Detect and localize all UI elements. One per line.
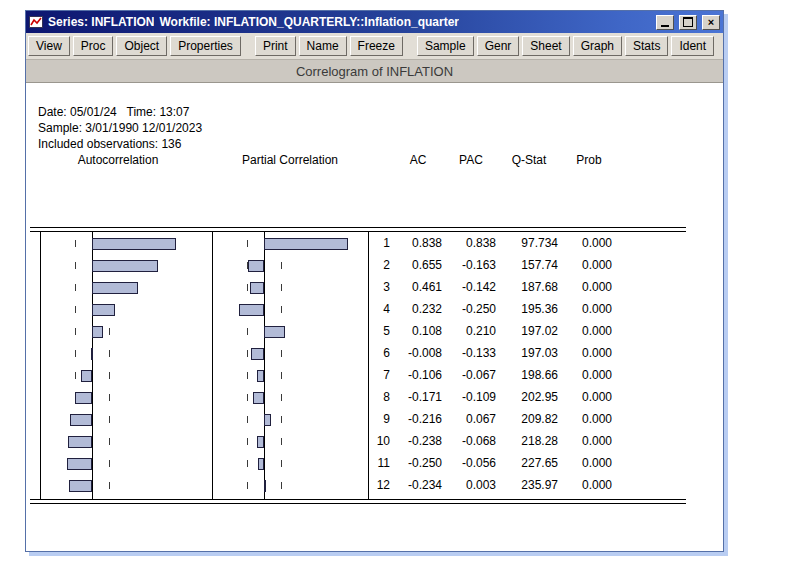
ac-bar [81,370,92,382]
toolbar-button-sheet[interactable]: Sheet [522,36,569,56]
pac-bar [264,238,348,250]
cell-qstat: 227.65 [500,456,558,470]
cell-qstat: 209.82 [500,412,558,426]
ci-tick [109,438,110,445]
ci-tick [247,460,248,467]
toolbar-button-proc[interactable]: Proc [73,36,114,56]
cell-lag: 5 [362,324,390,338]
correlogram-rows: 10.8380.83897.7340.00020.655-0.163157.74… [26,83,723,551]
cell-qstat: 197.02 [500,324,558,338]
toolbar: View Proc Object Properties Print Name F… [26,33,723,60]
ac-bar [68,436,92,448]
cell-pac: 0.210 [446,324,496,338]
ci-tick [281,460,282,467]
ac-bar [67,458,92,470]
pac-bar [250,282,264,294]
ci-tick [281,262,282,269]
cell-pac: -0.133 [446,346,496,360]
ci-tick [281,372,282,379]
ci-tick [247,350,248,357]
cell-prob: 0.000 [566,236,612,250]
toolbar-button-genr[interactable]: Genr [477,36,520,56]
ci-tick [281,416,282,423]
toolbar-button-view[interactable]: View [28,36,70,56]
cell-pac: -0.056 [446,456,496,470]
cell-qstat: 157.74 [500,258,558,272]
ci-tick [75,240,76,247]
toolbar-button-object[interactable]: Object [116,36,167,56]
maximize-icon [683,17,693,27]
toolbar-button-properties[interactable]: Properties [170,36,241,56]
ac-bar [70,414,92,426]
ac-bar [92,260,158,272]
toolbar-button-stats[interactable]: Stats [625,36,668,56]
cell-prob: 0.000 [566,258,612,272]
cell-lag: 8 [362,390,390,404]
ci-tick [247,328,248,335]
cell-qstat: 218.28 [500,434,558,448]
title-bar[interactable]: Series: INFLATION Workfile: INFLATION_QU… [26,11,723,33]
cell-lag: 1 [362,236,390,250]
pac-bar [257,370,264,382]
cell-prob: 0.000 [566,368,612,382]
cell-lag: 11 [362,456,390,470]
cell-prob: 0.000 [566,434,612,448]
series-window: Series: INFLATION Workfile: INFLATION_QU… [25,10,724,552]
ci-tick [75,328,76,335]
ci-tick [109,482,110,489]
ci-tick [247,372,248,379]
cell-ac: 0.838 [394,236,442,250]
cell-pac: -0.067 [446,368,496,382]
ci-tick [75,284,76,291]
pac-bar [253,392,264,404]
ci-tick [109,328,110,335]
eviews-desktop: { "window": { "title": { "series": "Seri… [0,0,800,568]
cell-pac: 0.003 [446,478,496,492]
cell-lag: 12 [362,478,390,492]
ci-tick [247,416,248,423]
cell-prob: 0.000 [566,346,612,360]
ci-tick [247,284,248,291]
minimize-icon [661,25,669,27]
cell-ac: -0.238 [394,434,442,448]
cell-qstat: 235.97 [500,478,558,492]
cell-ac: -0.106 [394,368,442,382]
ci-tick [281,482,282,489]
toolbar-button-sample[interactable]: Sample [417,36,474,56]
ac-bar [75,392,92,404]
minimize-button[interactable] [656,15,674,30]
toolbar-button-print[interactable]: Print [255,36,296,56]
ci-tick [281,350,282,357]
cell-pac: 0.838 [446,236,496,250]
close-button[interactable]: × [702,15,720,30]
window-title-workfile: Workfile: INFLATION_QUARTERLY::Inflation… [159,15,459,29]
ci-tick [281,438,282,445]
toolbar-button-graph[interactable]: Graph [573,36,622,56]
cell-ac: 0.232 [394,302,442,316]
cell-lag: 7 [362,368,390,382]
cell-qstat: 187.68 [500,280,558,294]
cell-ac: 0.655 [394,258,442,272]
correlogram-view: Date: 05/01/24 Time: 13:07 Sample: 3/01/… [26,83,723,551]
cell-lag: 9 [362,412,390,426]
cell-ac: -0.171 [394,390,442,404]
maximize-button[interactable] [679,15,697,30]
cell-prob: 0.000 [566,478,612,492]
view-header: Correlogram of INFLATION [26,60,723,83]
toolbar-button-freeze[interactable]: Freeze [350,36,403,56]
cell-ac: -0.250 [394,456,442,470]
ac-bar [92,238,176,250]
series-icon [29,16,43,28]
pac-bar [239,304,264,316]
cell-lag: 2 [362,258,390,272]
cell-pac: -0.068 [446,434,496,448]
cell-lag: 3 [362,280,390,294]
ci-tick [109,460,110,467]
cell-qstat: 97.734 [500,236,558,250]
ci-tick [247,438,248,445]
cell-prob: 0.000 [566,412,612,426]
toolbar-button-ident[interactable]: Ident [671,36,714,56]
ci-tick [75,350,76,357]
toolbar-button-name[interactable]: Name [299,36,347,56]
ci-tick [247,240,248,247]
